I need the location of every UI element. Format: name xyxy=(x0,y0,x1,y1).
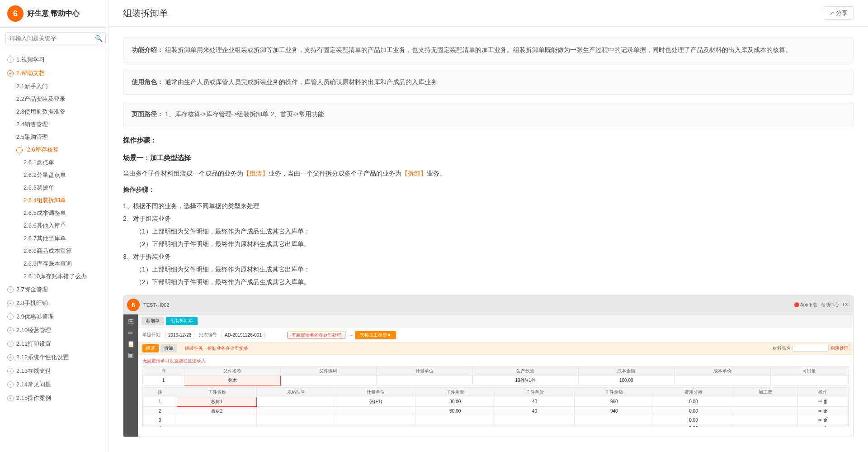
sidebar-item-sub268[interactable]: 2.6.8商品成本重算 xyxy=(0,245,108,257)
sidebar-item-sub24[interactable]: 2.4销售管理 xyxy=(0,118,108,131)
expand-icon-cat29: + xyxy=(7,314,14,320)
step3-sub2: （2）下部明细为子件明细，最终作为产成品生成其它入库单。 xyxy=(136,276,854,288)
share-label: 分享 xyxy=(836,9,848,17)
sidebar-item-label: 2.14常见问题 xyxy=(16,381,51,389)
sidebar-item-sub263[interactable]: 2.6.3调拨单 xyxy=(0,181,108,194)
sidebar-item-cat214[interactable]: + 2.14常见问题 xyxy=(0,378,108,391)
screenshot-topbar-text: TEST-H002 xyxy=(143,302,169,308)
sidebar-item-label: 2.11打印设置 xyxy=(16,340,51,348)
annotation1-area: 有装配清单的在这里处理 → 选择加工类型▼ xyxy=(288,331,396,339)
sidebar-item-cat212[interactable]: + 2.12系统个性化设置 xyxy=(0,351,108,364)
app-table-area: 无固定清单可以直接在这里录入 序 父件名称 父件编码 计量单位 生产数量 xyxy=(138,355,853,427)
app-subheader: 组装 拆卸 组装业务、拆卸业务在这里切换 材料品名 启用处理 xyxy=(138,343,853,355)
sidebar-item-label: 2.12系统个性化设置 xyxy=(16,353,69,362)
sidebar-item-cat215[interactable]: + 2.15操作案例 xyxy=(0,391,108,405)
path-label: 页面路径： xyxy=(132,110,163,118)
sidebar-item-cat28[interactable]: + 2.8手机旺铺 xyxy=(0,296,108,310)
sidebar-item-sub261[interactable]: 2.6.1盘点单 xyxy=(0,156,108,169)
function-intro-block: 功能介绍： 组装拆卸单用来处理企业组装或拆卸等加工业务，支持有固定装配清单的产品… xyxy=(123,38,854,62)
expand-icon-cat2: − xyxy=(7,70,14,76)
search-box: 🔍 xyxy=(0,28,108,49)
screenshot-container: 6 TEST-H002 🔴 App下载 帮助中心 CC ⊞ ✏ 📋 ▣ xyxy=(123,295,854,437)
sidebar: 6 好生意 帮助中心 🔍 + 1.视频学习 − 2.帮助文档 2.1新手入门 2… xyxy=(0,0,108,452)
expand-icon-cat214: + xyxy=(7,381,14,388)
col-parent-name: 父件名称 xyxy=(184,366,281,376)
content-area: 功能介绍： 组装拆卸单用来处理企业组装或拆卸等加工业务，支持有固定装配清单的产品… xyxy=(108,27,868,448)
type-tab-assembly[interactable]: 组装 xyxy=(142,344,159,352)
nav-list: + 1.视频学习 − 2.帮助文档 2.1新手入门 2.2产品安装及登录 2.3… xyxy=(0,49,108,452)
col-seq: 序 xyxy=(143,366,184,376)
sidebar-item-sub25[interactable]: 2.5采购管理 xyxy=(0,131,108,143)
col-cost-amt: 成本金额 xyxy=(578,366,675,376)
screenshot-logo: 6 xyxy=(127,299,140,311)
sidebar-item-sub264[interactable]: 2.6.4组装拆卸单 xyxy=(0,194,108,207)
sidebar-item-label: 2.帮助文档 xyxy=(16,69,45,77)
app-tabbar: 新增单 组装拆卸单 xyxy=(138,314,853,328)
step2-sub2: （2）下部明细为子件明细，最终作为原材料生成其它出库单。 xyxy=(136,238,854,250)
annotation3-label: 启用处理 xyxy=(830,345,849,352)
table-row: 1 板材1 张(+1) 30.00 40 960 0.00 ✏ 🗑 xyxy=(143,397,849,406)
batch-value: AD-20191226-001 xyxy=(222,332,265,338)
app-tab-new[interactable]: 新增单 xyxy=(142,317,164,325)
app-tab-active[interactable]: 组装拆卸单 xyxy=(166,317,198,325)
sidebar-item-cat210[interactable]: + 2.10经营管理 xyxy=(0,324,108,337)
material-input[interactable] xyxy=(793,345,829,352)
sidebar-item-sub262[interactable]: 2.6.2分量盘点单 xyxy=(0,169,108,181)
annotation4-area: 无固定清单可以直接在这里录入 xyxy=(142,357,849,364)
col-cost-price: 成本单价 xyxy=(675,366,771,376)
path-block: 页面路径： 1、库存核算->库存管理->组装拆卸单 2、首页->常用功能 xyxy=(123,102,854,127)
annotation1-arrow: → xyxy=(349,333,354,338)
sidebar-item-label: 2.10经营管理 xyxy=(16,326,51,334)
step3-sub1: （1）上部明细为父件明细，最终作为原材料生成其它出库单； xyxy=(136,263,854,276)
logo-icon: 6 xyxy=(7,5,24,22)
expand-icon-cat27: + xyxy=(7,286,14,293)
col-prod-qty: 生产数量 xyxy=(472,366,578,376)
app-sidebar-icon2: ✏ xyxy=(128,329,133,337)
sidebar-item-sub266[interactable]: 2.6.6其他入库单 xyxy=(0,219,108,232)
sidebar-item-cat27[interactable]: + 2.7资金管理 xyxy=(0,283,108,296)
sidebar-item-cat211[interactable]: + 2.11打印设置 xyxy=(0,337,108,351)
sidebar-item-cat213[interactable]: + 2.13在线支付 xyxy=(0,364,108,378)
batch-label: 批次编号 xyxy=(199,332,217,338)
sidebar-item-sub22[interactable]: 2.2产品安装及登录 xyxy=(0,93,108,105)
sidebar-item-sub269[interactable]: 2.6.9库存账本查询 xyxy=(0,257,108,270)
page-title: 组装拆卸单 xyxy=(123,7,168,19)
sidebar-item-sub2610[interactable]: 2.6.10库存账本错了么办 xyxy=(0,270,108,283)
sidebar-item-sub21[interactable]: 2.1新手入门 xyxy=(0,80,108,93)
share-button[interactable]: ↗ 分享 xyxy=(824,6,854,20)
search-input[interactable] xyxy=(5,32,106,44)
date-value: 2019-12-26 xyxy=(165,332,194,338)
app-form-header: 单据日期 2019-12-26 批次编号 AD-20191226-001 有装配… xyxy=(138,328,853,343)
sidebar-item-label: 2.15操作案例 xyxy=(16,394,51,402)
app-name: 好生意 帮助中心 xyxy=(27,9,80,19)
ops-steps-title: 操作步骤： xyxy=(123,183,854,196)
table-row: 1 关木 10件/+1件 100.00 xyxy=(143,376,849,385)
sidebar-item-sub267[interactable]: 2.6.7其他出库单 xyxy=(0,232,108,245)
parent-table: 序 父件名称 父件编码 计量单位 生产数量 成本金额 成本单价 可出量 xyxy=(142,366,849,385)
expand-icon-cat211: + xyxy=(7,341,14,347)
minus-icon: − xyxy=(16,147,23,153)
expand-icon-cat1: + xyxy=(7,57,14,63)
path-text: 1、库存核算->库存管理->组装拆卸单 2、首页->常用功能 xyxy=(165,110,324,118)
sidebar-item-label: 2.7资金管理 xyxy=(16,285,48,294)
sidebar-item-label: 2.8手机旺铺 xyxy=(16,299,48,307)
table-row: 4 0.00 ✏ 🗑 xyxy=(143,424,849,427)
sidebar-item-cat29[interactable]: + 2.9优惠券管理 xyxy=(0,310,108,324)
expand-icon-cat212: + xyxy=(7,354,14,361)
sidebar-item-sub23[interactable]: 2.3使用前数据准备 xyxy=(0,105,108,118)
sidebar-item-cat1[interactable]: + 1.视频学习 xyxy=(0,53,108,67)
process-type-btn[interactable]: 选择加工类型▼ xyxy=(355,331,396,339)
annotation4-label: 无固定清单可以直接在这里录入 xyxy=(142,358,206,363)
col-parent-code: 父件编码 xyxy=(280,366,377,376)
sidebar-item-label: 1.视频学习 xyxy=(16,56,45,64)
sidebar-item-sub26[interactable]: − 2.6库存核算 xyxy=(0,143,108,156)
app-sidebar-icon3: 📋 xyxy=(127,340,135,347)
step1: 1、根据不同的业务，选择不同单据的类型来处理 xyxy=(123,200,854,212)
sidebar-item-cat2[interactable]: − 2.帮助文档 xyxy=(0,67,108,80)
sidebar-item-label: 2.13在线支付 xyxy=(16,367,51,375)
table-row: 2 板材2 30.00 40 940 0.00 ✏ 🗑 xyxy=(143,406,849,416)
sidebar-item-sub265[interactable]: 2.6.5成本调整单 xyxy=(0,207,108,219)
material-input-area: 材料品名 启用处理 xyxy=(773,345,849,352)
type-tab-disassembly[interactable]: 拆卸 xyxy=(160,344,177,352)
app-sidebar: ⊞ ✏ 📋 ▣ xyxy=(123,314,138,437)
